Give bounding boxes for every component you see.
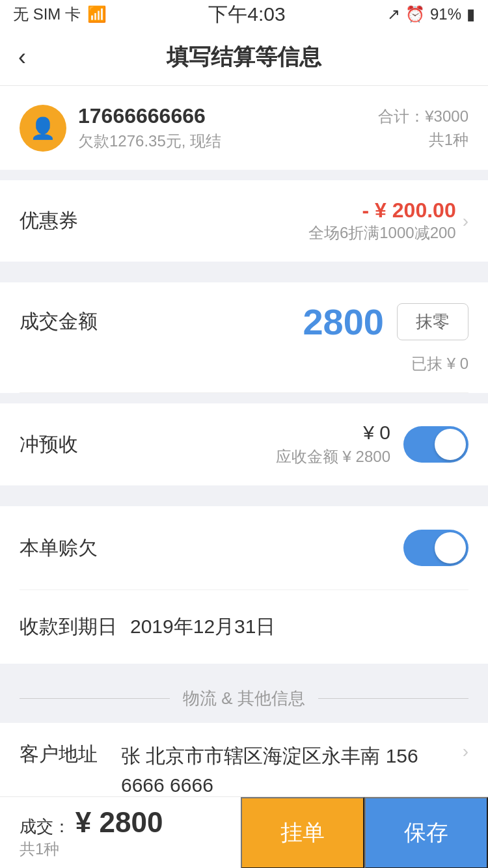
bottom-summary-line1: 成交： ¥ 2800 <box>20 806 221 839</box>
customer-card: 👤 17666666666 欠款1276.35元, 现结 合计：¥3000 共1… <box>0 86 488 170</box>
address-chevron-icon: › <box>463 741 468 762</box>
section-divider-2 <box>0 496 488 506</box>
precollect-row: 冲预收 ¥ 0 应收金额 ¥ 2800 <box>20 422 468 467</box>
bottom-count: 共1种 <box>20 839 221 860</box>
customer-left: 👤 17666666666 欠款1276.35元, 现结 <box>20 104 221 152</box>
nav-bar: ‹ 填写结算等信息 <box>0 29 488 86</box>
coupon-discount: - ¥ 200.00 <box>308 198 456 223</box>
status-bar: 无 SIM 卡 📶 下午4:03 ↗ ⏰ 91% ▮ <box>0 0 488 29</box>
precollect-value: ¥ 0 <box>276 422 390 444</box>
customer-row: 👤 17666666666 欠款1276.35元, 现结 合计：¥3000 共1… <box>0 86 488 170</box>
precollect-toggle[interactable] <box>403 426 468 463</box>
logistics-text: 物流 & 其他信息 <box>183 687 305 710</box>
debt-label: 本单赊欠 <box>20 535 98 562</box>
coupon-card: 优惠券 - ¥ 200.00 全场6折满1000减200 › <box>0 180 488 262</box>
customer-info: 17666666666 欠款1276.35元, 现结 <box>78 104 221 152</box>
debt-section: 本单赊欠 <box>0 506 488 590</box>
no-sim-text: 无 SIM 卡 <box>13 4 81 25</box>
page-title: 填写结算等信息 <box>167 42 321 72</box>
debt-toggle[interactable] <box>403 530 468 566</box>
round-button[interactable]: 抹零 <box>397 303 468 340</box>
total-count: 共1种 <box>378 129 468 150</box>
wifi-icon: 📶 <box>87 5 107 23</box>
precollect-card: 冲预收 ¥ 0 应收金额 ¥ 2800 <box>0 403 488 485</box>
debt-card: 本单赊欠 收款到期日 2019年12月31日 <box>0 506 488 664</box>
logistics-line-left <box>20 698 170 699</box>
amount-label: 成交金额 <box>20 308 98 335</box>
status-left: 无 SIM 卡 📶 <box>13 4 107 25</box>
address-label: 客户地址 <box>20 741 98 768</box>
alarm-icon: ⏰ <box>405 5 425 23</box>
customer-right: 合计：¥3000 共1种 <box>378 106 468 150</box>
amount-card: 成交金额 2800 抹零 已抹 ¥ 0 <box>0 282 488 393</box>
toggle-knob <box>435 429 466 460</box>
battery-text: 91% <box>430 5 461 23</box>
coupon-label: 优惠券 <box>20 208 78 234</box>
amount-right: 2800 抹零 <box>303 301 468 343</box>
avatar: 👤 <box>20 105 66 152</box>
precollect-sub: 应收金额 ¥ 2800 <box>276 446 390 467</box>
save-button[interactable]: 保存 <box>364 797 488 869</box>
due-date-value: 2019年12月31日 <box>130 614 275 640</box>
status-time: 下午4:03 <box>208 1 285 28</box>
avatar-icon: 👤 <box>30 116 56 141</box>
section-divider-1 <box>0 272 488 282</box>
amount-value: 2800 <box>303 301 384 343</box>
bottom-bar: 成交： ¥ 2800 共1种 挂单 保存 <box>0 796 488 868</box>
customer-sub: 欠款1276.35元, 现结 <box>78 131 221 152</box>
amount-row: 成交金额 2800 抹零 <box>20 301 468 343</box>
amount-sub: 已抹 ¥ 0 <box>20 353 468 374</box>
precollect-section: 冲预收 ¥ 0 应收金额 ¥ 2800 <box>0 403 488 485</box>
battery-icon: ▮ <box>467 5 475 23</box>
precollect-right: ¥ 0 应收金额 ¥ 2800 <box>276 422 468 467</box>
bottom-label: 成交： <box>20 817 70 836</box>
coupon-desc: 全场6折满1000减200 <box>308 223 456 243</box>
debt-toggle-knob <box>435 532 466 563</box>
due-date-label: 收款到期日 <box>20 614 117 640</box>
precollect-label: 冲预收 <box>20 431 78 458</box>
status-right: ↗ ⏰ 91% ▮ <box>387 5 475 23</box>
address-value: 张 北京市市辖区海淀区永丰南 156 6666 6666 <box>121 741 450 800</box>
coupon-right: - ¥ 200.00 全场6折满1000减200 › <box>308 198 468 243</box>
bottom-value: ¥ 2800 <box>75 806 163 838</box>
nav-icon: ↗ <box>387 5 400 23</box>
divider-1 <box>20 392 468 393</box>
logistics-line-right <box>318 698 468 699</box>
customer-phone: 17666666666 <box>78 104 221 128</box>
amount-section: 成交金额 2800 抹零 已抹 ¥ 0 <box>0 282 488 392</box>
bottom-summary: 成交： ¥ 2800 共1种 <box>0 806 241 860</box>
precollect-amount: ¥ 0 应收金额 ¥ 2800 <box>276 422 390 467</box>
total-label: 合计：¥3000 <box>378 106 468 127</box>
due-date-section: 收款到期日 2019年12月31日 <box>0 590 488 664</box>
hold-button[interactable]: 挂单 <box>241 797 364 869</box>
coupon-chevron-icon: › <box>463 211 468 232</box>
back-button[interactable]: ‹ <box>18 44 26 71</box>
logistics-divider: 物流 & 其他信息 <box>0 674 488 723</box>
coupon-row[interactable]: 优惠券 - ¥ 200.00 全场6折满1000减200 › <box>0 180 488 262</box>
